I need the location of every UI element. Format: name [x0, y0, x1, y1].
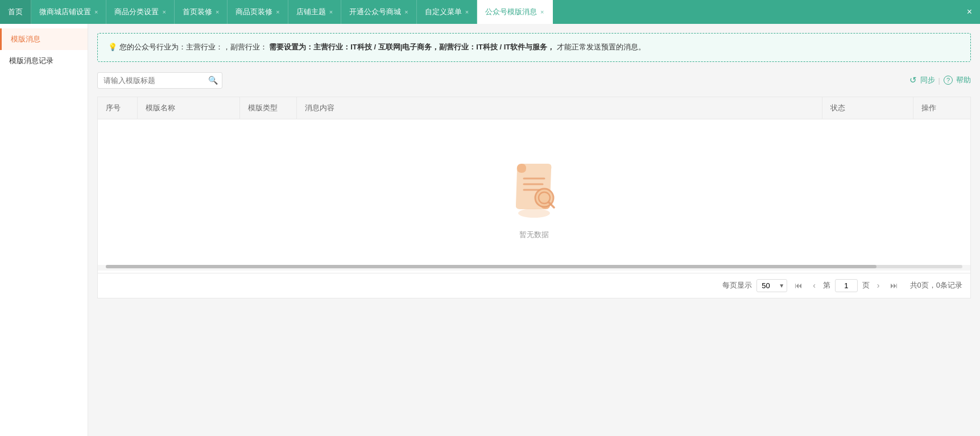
sync-button[interactable]: 同步	[920, 75, 935, 85]
data-table: 序号 模版名称 模版类型 消息内容 状态 操作	[97, 97, 971, 298]
per-page-select[interactable]: 50 10 20 100	[756, 279, 787, 292]
nav-tab-home-decor-close[interactable]: ×	[216, 9, 219, 15]
search-icon[interactable]: 🔍	[208, 76, 218, 85]
scrollbar-track	[106, 265, 962, 268]
notice-suffix: 才能正常发送预置的消息。	[557, 43, 646, 51]
nav-tab-theme-label: 店铺主题	[296, 7, 326, 17]
th-name: 模版名称	[138, 97, 240, 119]
nav-tab-menu-label: 自定义菜单	[425, 7, 462, 17]
notice-prefix: 您的公众号行业为：主营行业：，副营行业：	[119, 43, 267, 51]
th-content: 消息内容	[297, 97, 822, 119]
sync-icon: ↺	[909, 75, 917, 85]
th-type: 模版类型	[240, 97, 297, 119]
search-input-wrap: 🔍	[97, 72, 222, 89]
first-page-button[interactable]: ⏮	[792, 280, 805, 291]
prev-page-button[interactable]: ‹	[810, 280, 818, 291]
per-page-select-wrap: 50 10 20 100 ▼	[756, 279, 787, 292]
nav-tab-product-decor-close[interactable]: ×	[276, 9, 279, 15]
nav-tab-product-decor[interactable]: 商品页装修 ×	[228, 0, 288, 24]
content-area: 💡 您的公众号行业为：主营行业：，副营行业： 需要设置为：主营行业：IT科技 /…	[88, 24, 980, 436]
sidebar-item-template-msg[interactable]: 模版消息	[0, 28, 88, 50]
nav-tab-mall-label: 开通公众号商城	[349, 7, 401, 17]
nav-tab-shop-settings-label: 微商城店铺设置	[39, 7, 91, 17]
page-unit: 页	[862, 280, 870, 290]
last-page-button[interactable]: ⏭	[887, 280, 901, 291]
th-status: 状态	[822, 97, 913, 119]
page-number-input[interactable]	[835, 279, 858, 292]
nav-tab-theme[interactable]: 店铺主题 ×	[288, 0, 341, 24]
pagination: 每页显示 50 10 20 100 ▼ ⏮ ‹ 第 页 › ⏭ 共0页，0	[98, 273, 970, 298]
empty-state-icon	[500, 153, 568, 222]
nav-tab-mall-close[interactable]: ×	[404, 9, 408, 15]
th-index: 序号	[98, 97, 138, 119]
sidebar: 模版消息 模版消息记录	[0, 24, 88, 436]
nav-tab-product-decor-label: 商品页装修	[235, 7, 272, 17]
notice-box: 💡 您的公众号行业为：主营行业：，副营行业： 需要设置为：主营行业：IT科技 /…	[97, 33, 971, 62]
nav-tab-category[interactable]: 商品分类设置 ×	[106, 0, 174, 24]
nav-tab-menu-close[interactable]: ×	[465, 9, 469, 15]
horizontal-scrollbar[interactable]	[98, 265, 970, 271]
th-action: 操作	[913, 97, 970, 119]
nav-tab-category-label: 商品分类设置	[114, 7, 159, 17]
empty-text: 暂无数据	[519, 230, 549, 240]
help-icon: ?	[944, 76, 953, 85]
total-info: 共0页，0条记录	[910, 280, 962, 290]
top-nav: 首页 微商城店铺设置 × 商品分类设置 × 首页装修 × 商品页装修 × 店铺主…	[0, 0, 980, 24]
nav-tab-mall[interactable]: 开通公众号商城 ×	[341, 0, 416, 24]
toolbar-divider: |	[938, 76, 940, 85]
toolbar-right: ↺ 同步 | ? 帮助	[909, 75, 971, 85]
nav-tab-home-decor[interactable]: 首页装修 ×	[175, 0, 228, 24]
sidebar-item-template-msg-records[interactable]: 模版消息记录	[0, 50, 88, 72]
page-label: 第	[823, 280, 830, 290]
nav-tab-menu[interactable]: 自定义菜单 ×	[417, 0, 477, 24]
sidebar-item-template-msg-records-label: 模版消息记录	[9, 56, 53, 65]
search-input[interactable]	[97, 72, 222, 89]
nav-tab-home-decor-label: 首页装修	[183, 7, 212, 17]
main-layout: 模版消息 模版消息记录 💡 您的公众号行业为：主营行业：，副营行业： 需要设置为…	[0, 24, 980, 436]
nav-tab-theme-close[interactable]: ×	[329, 9, 333, 15]
nav-tab-home-label: 首页	[8, 7, 23, 17]
nav-tab-category-close[interactable]: ×	[162, 9, 166, 15]
scrollbar-thumb[interactable]	[106, 265, 876, 268]
help-button[interactable]: 帮助	[956, 75, 971, 85]
search-bar: 🔍 ↺ 同步 | ? 帮助	[97, 72, 971, 89]
nav-tab-home[interactable]: 首页	[0, 0, 31, 24]
nav-tab-template-msg-close[interactable]: ×	[540, 9, 544, 15]
nav-tab-shop-settings-close[interactable]: ×	[94, 9, 98, 15]
svg-point-0	[518, 209, 550, 218]
table-header: 序号 模版名称 模版类型 消息内容 状态 操作	[98, 97, 970, 119]
sidebar-item-template-msg-label: 模版消息	[11, 35, 40, 43]
nav-close-all-button[interactable]: ×	[959, 7, 980, 17]
nav-tab-template-msg[interactable]: 公众号模版消息 ×	[477, 0, 552, 24]
empty-state: 暂无数据	[98, 119, 970, 263]
notice-highlight: 需要设置为：主营行业：IT科技 / 互联网|电子商务，副营行业：IT科技 / I…	[269, 43, 555, 51]
per-page-label: 每页显示	[722, 280, 752, 290]
nav-tab-template-msg-label: 公众号模版消息	[485, 7, 537, 17]
notice-icon: 💡	[108, 43, 119, 51]
next-page-button[interactable]: ›	[874, 280, 883, 291]
nav-tab-shop-settings[interactable]: 微商城店铺设置 ×	[31, 0, 106, 24]
